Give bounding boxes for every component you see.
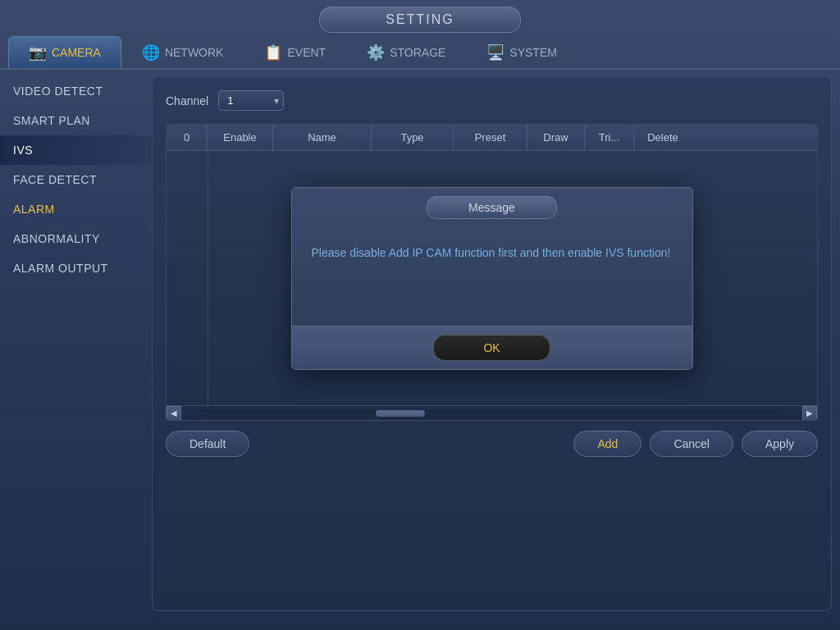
tab-event-label: EVENT (287, 46, 326, 59)
message-dialog-overlay: Message Please disable Add IP CAM functi… (167, 151, 817, 405)
dialog-body: Please disable Add IP CAM function first… (292, 227, 692, 326)
title-bar: SETTING (0, 0, 840, 33)
col-index: 0 (167, 125, 208, 150)
default-button[interactable]: Default (166, 431, 249, 457)
sidebar-item-face-detect[interactable]: FACE DETECT (0, 165, 152, 194)
network-icon: 🌐 (142, 43, 160, 62)
system-icon: 🖥️ (486, 43, 504, 62)
col-name: Name (273, 125, 372, 150)
cancel-button[interactable]: Cancel (650, 431, 733, 457)
main-layout: VIDEO DETECT SMART PLAN IVS FACE DETECT … (0, 70, 840, 618)
scroll-left-button[interactable]: ◀ (167, 406, 181, 421)
message-dialog: Message Please disable Add IP CAM functi… (291, 187, 693, 370)
tab-system[interactable]: 🖥️ SYSTEM (466, 36, 578, 68)
channel-select-wrapper[interactable]: 1 (218, 90, 284, 111)
tab-network[interactable]: 🌐 NETWORK (121, 36, 244, 68)
tab-camera[interactable]: 📷 CAMERA (8, 36, 121, 68)
sidebar-item-alarm[interactable]: ALARM (0, 194, 152, 224)
sidebar: VIDEO DETECT SMART PLAN IVS FACE DETECT … (0, 70, 152, 618)
app-title: SETTING (319, 7, 520, 33)
channel-label: Channel (166, 94, 208, 107)
add-button[interactable]: Add (573, 431, 641, 457)
dialog-title-bar: Message (292, 188, 692, 227)
sidebar-item-ivs[interactable]: IVS (0, 135, 152, 165)
dialog-message: Please disable Add IP CAM function first… (312, 244, 673, 262)
action-buttons: Add Cancel Apply (573, 431, 818, 457)
col-tri: Tri... (585, 125, 634, 150)
table-body: Message Please disable Add IP CAM functi… (167, 151, 817, 405)
col-preset: Preset (454, 125, 527, 150)
scrollbar-thumb[interactable] (376, 410, 425, 417)
col-draw: Draw (527, 125, 585, 150)
tab-network-label: NETWORK (165, 46, 224, 59)
sidebar-item-smart-plan[interactable]: SMART PLAN (0, 106, 152, 135)
tab-camera-label: CAMERA (52, 46, 101, 59)
tab-system-label: SYSTEM (509, 46, 557, 59)
tab-storage-label: STORAGE (390, 46, 445, 59)
event-icon: 📋 (264, 43, 282, 62)
ivs-table: 0 Enable Name Type Preset Draw Tri... De… (166, 124, 818, 421)
camera-icon: 📷 (29, 43, 47, 62)
content-area: Channel 1 0 Enable Name Type Preset Draw… (152, 76, 832, 611)
tab-event[interactable]: 📋 EVENT (244, 36, 346, 68)
table-header: 0 Enable Name Type Preset Draw Tri... De… (167, 125, 817, 151)
horizontal-scrollbar: ◀ ▶ (167, 405, 817, 420)
col-enable: Enable (208, 125, 273, 150)
channel-row: Channel 1 (166, 90, 818, 111)
tab-storage[interactable]: ⚙️ STORAGE (346, 36, 466, 68)
dialog-footer: OK (292, 326, 692, 369)
dialog-title: Message (427, 196, 557, 219)
scroll-right-button[interactable]: ▶ (802, 406, 817, 421)
sidebar-item-alarm-output[interactable]: ALARM OUTPUT (0, 253, 152, 283)
col-type: Type (372, 125, 454, 150)
apply-button[interactable]: Apply (742, 431, 818, 457)
sidebar-item-video-detect[interactable]: VIDEO DETECT (0, 76, 152, 106)
channel-select[interactable]: 1 (218, 90, 284, 111)
sidebar-item-abnormality[interactable]: ABNORMALITY (0, 224, 152, 253)
tab-bar: 📷 CAMERA 🌐 NETWORK 📋 EVENT ⚙️ STORAGE 🖥️… (0, 36, 840, 70)
scrollbar-track[interactable] (201, 410, 783, 417)
storage-icon: ⚙️ (367, 43, 385, 62)
dialog-ok-button[interactable]: OK (433, 335, 550, 361)
col-delete: Delete (634, 125, 692, 150)
bottom-bar: Default Add Cancel Apply (166, 421, 818, 463)
